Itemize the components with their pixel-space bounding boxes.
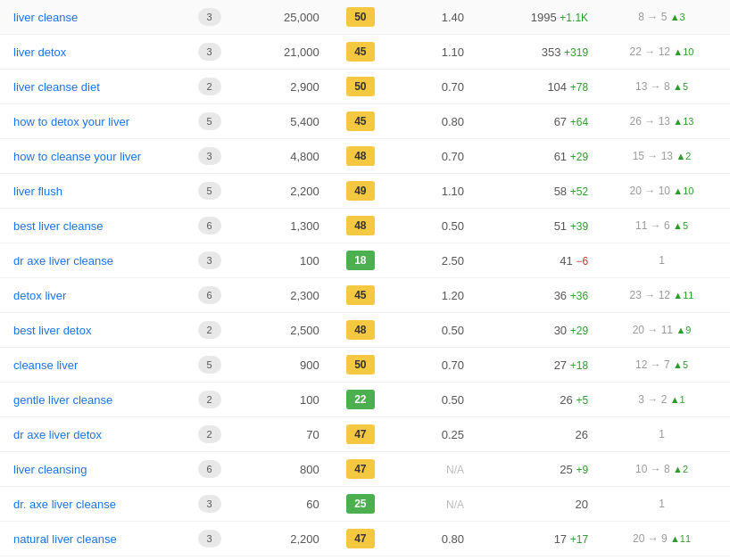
keyword-cell: how to detox your liver	[0, 104, 178, 139]
traffic-change: +17	[570, 533, 588, 546]
keyword-link[interactable]: best liver detox	[13, 324, 91, 337]
kw-difficulty-badge: 2	[198, 78, 221, 95]
table-row: dr axe liver detox270470.25261	[0, 417, 730, 452]
table-row: liver detox321,000451.10353 +31922 → 12 …	[0, 35, 730, 70]
traffic-cell: 26 +5	[469, 383, 593, 417]
traffic-cell: 58 +52	[469, 174, 593, 209]
keyword-link[interactable]: cleanse liver	[13, 358, 78, 372]
kw-difficulty-cell: 6	[178, 278, 240, 313]
keyword-link[interactable]: liver detox	[13, 45, 66, 59]
keyword-link[interactable]: dr axe liver detox	[13, 428, 102, 441]
score-badge: 47	[346, 424, 375, 444]
keyword-link[interactable]: best liver cleanse	[13, 219, 103, 233]
kw-difficulty-badge: 6	[198, 217, 221, 235]
table-row: natural liver cleanse32,200470.8017 +172…	[0, 522, 730, 556]
keyword-link[interactable]: dr. axe liver cleanse	[13, 498, 116, 511]
traffic-cell: 41 −6	[469, 243, 593, 278]
keyword-link[interactable]: gentle liver cleanse	[13, 393, 112, 407]
cpc-cell: 0.50	[396, 383, 469, 417]
keyword-link[interactable]: liver cleanse	[13, 11, 78, 24]
kw-difficulty-badge: 2	[198, 391, 221, 408]
keyword-link[interactable]: liver cleansing	[13, 463, 87, 476]
kw-difficulty-cell: 5	[178, 104, 240, 139]
traffic-change: +29	[570, 151, 588, 163]
traffic-cell: 27 +18	[469, 348, 593, 383]
pos-change: ▲10	[673, 46, 693, 57]
table-row: liver cleanse325,000501.401995 +1.1K8 → …	[0, 0, 730, 35]
traffic-cell: 104 +78	[469, 70, 593, 104]
keyword-link[interactable]: detox liver	[13, 289, 66, 302]
traffic-change: +9	[576, 464, 588, 476]
keyword-link[interactable]: how to cleanse your liver	[13, 150, 141, 163]
kw-difficulty-badge: 5	[198, 182, 221, 200]
kw-difficulty-badge: 3	[198, 43, 221, 61]
volume-cell: 60	[240, 487, 324, 522]
score-badge: 45	[346, 42, 375, 62]
volume-cell: 2,200	[240, 174, 324, 209]
kw-difficulty-badge: 2	[198, 425, 221, 443]
keyword-cell: best liver detox	[0, 313, 178, 348]
kw-difficulty-cell: 2	[178, 70, 240, 104]
position-cell: 3 → 2 ▲1	[593, 383, 730, 417]
kw-difficulty-badge: 5	[198, 356, 221, 374]
cpc-cell: 0.80	[396, 522, 469, 556]
cpc-cell: N/A	[396, 487, 469, 522]
score-badge: 48	[346, 146, 375, 166]
cpc-cell: 0.70	[396, 70, 469, 104]
score-cell: 48	[325, 313, 396, 348]
score-badge: 47	[346, 459, 375, 479]
keyword-cell: liver cleanse	[0, 0, 178, 35]
score-badge: 48	[346, 320, 375, 340]
keyword-link[interactable]: liver cleanse diet	[13, 80, 100, 94]
pos-change: ▲11	[673, 290, 693, 301]
table-row: best liver detox22,500480.5030 +2920 → 1…	[0, 313, 730, 348]
score-cell: 49	[325, 174, 396, 209]
kw-difficulty-cell: 2	[178, 383, 240, 417]
kw-difficulty-cell: 3	[178, 0, 240, 35]
score-badge: 45	[346, 285, 375, 305]
keyword-cell: detox liver	[0, 278, 178, 313]
volume-cell: 5,400	[240, 104, 324, 139]
traffic-cell: 36 +36	[469, 278, 593, 313]
volume-cell: 100	[240, 243, 324, 278]
keyword-link[interactable]: dr axe liver cleanse	[13, 254, 113, 268]
pos-change: ▲5	[673, 81, 688, 92]
table-row: liver cleanse diet22,900500.70104 +7813 …	[0, 70, 730, 104]
position-cell: 26 → 13 ▲13	[593, 104, 730, 139]
kw-difficulty-badge: 3	[198, 147, 221, 165]
traffic-change: +29	[570, 325, 588, 337]
score-badge: 50	[346, 7, 375, 27]
table-row: dr axe liver cleanse3100182.5041 −61	[0, 243, 730, 278]
keyword-cell: natural liver cleanse	[0, 522, 178, 556]
kw-difficulty-cell: 6	[178, 209, 240, 243]
cpc-cell: 1.10	[396, 35, 469, 70]
volume-cell: 70	[240, 417, 324, 452]
cpc-cell: 0.70	[396, 348, 469, 383]
score-badge: 50	[346, 77, 375, 96]
table-row: gentle liver cleanse2100220.5026 +53 → 2…	[0, 383, 730, 417]
keyword-link[interactable]: natural liver cleanse	[13, 532, 117, 546]
score-badge: 18	[346, 251, 375, 270]
kw-difficulty-badge: 5	[198, 112, 221, 130]
keyword-link[interactable]: liver flush	[13, 185, 62, 198]
cpc-cell: 0.50	[396, 313, 469, 348]
pos-change: ▲2	[676, 151, 691, 161]
table-row: how to cleanse your liver34,800480.7061 …	[0, 139, 730, 174]
keyword-link[interactable]: how to detox your liver	[13, 115, 129, 128]
score-cell: 18	[325, 243, 396, 278]
kw-difficulty-badge: 3	[198, 495, 221, 513]
score-cell: 47	[325, 452, 396, 487]
volume-cell: 2,900	[240, 70, 324, 104]
score-badge: 25	[346, 494, 375, 514]
traffic-cell: 1995 +1.1K	[469, 0, 593, 35]
kw-difficulty-cell: 3	[178, 35, 240, 70]
volume-cell: 2,500	[240, 313, 324, 348]
position-cell: 11 → 6 ▲5	[593, 209, 730, 243]
score-badge: 45	[346, 111, 375, 131]
traffic-change: +36	[570, 290, 588, 302]
cpc-cell: 0.80	[396, 104, 469, 139]
score-badge: 48	[346, 216, 375, 235]
traffic-change: +1.1K	[560, 12, 588, 24]
traffic-change: +319	[564, 46, 588, 59]
position-cell: 15 → 13 ▲2	[593, 139, 730, 174]
